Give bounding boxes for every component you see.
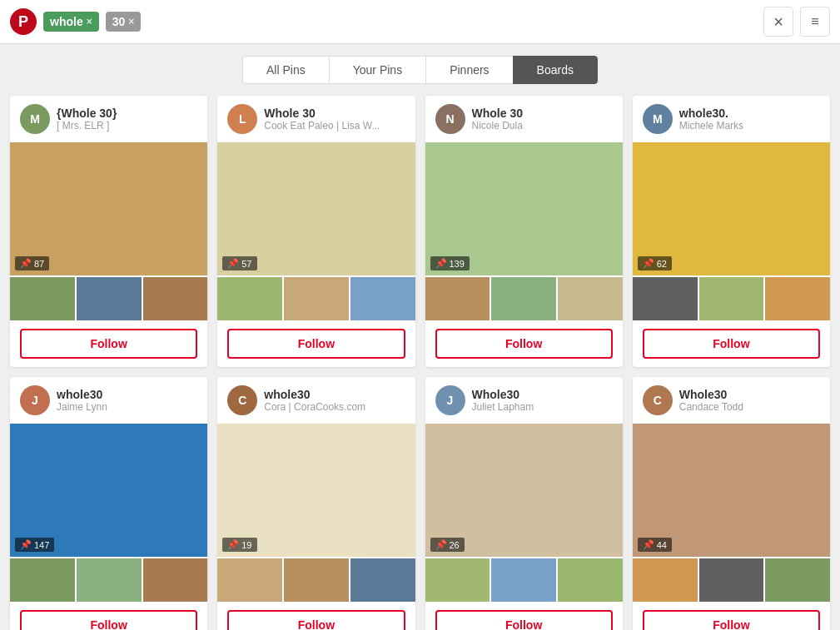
board-info-4: whole30 Jaime Lynn (57, 388, 197, 413)
board-title-6: Whole30 (472, 388, 613, 401)
close-button[interactable]: × (763, 7, 793, 37)
thumb-7-2 (765, 558, 830, 602)
board-images-5: 📌 19 (217, 424, 415, 557)
tabs-bar: All Pins Your Pins Pinners Boards (0, 44, 840, 96)
board-card-3: M whole30. Michele Marks 📌 62 Follow (633, 96, 830, 367)
board-images-7: 📌 44 (633, 424, 830, 557)
thumb-1-0 (217, 277, 282, 320)
board-header-6: J Whole30 Juliet Lapham (425, 377, 623, 424)
board-header-5: C whole30 Cora | CoraCooks.com (217, 377, 415, 424)
follow-button-0[interactable]: Follow (20, 329, 197, 359)
board-images-2: 📌 139 (425, 142, 623, 275)
board-images-6: 📌 26 (425, 424, 623, 557)
pin-number-1: 57 (241, 259, 251, 269)
board-card-2: N Whole 30 Nicole Dula 📌 139 Follow (425, 96, 623, 367)
board-card-4: J whole30 Jaime Lynn 📌 147 Follow (10, 377, 207, 630)
board-card-7: C Whole30 Candace Todd 📌 44 Follow (633, 377, 830, 630)
tag-30-label: 30 (112, 15, 126, 28)
follow-button-5[interactable]: Follow (227, 610, 405, 630)
board-images-0: 📌 87 (10, 142, 207, 275)
follow-button-6[interactable]: Follow (435, 610, 613, 630)
thumb-6-1 (491, 558, 556, 602)
menu-button[interactable]: ≡ (800, 7, 830, 37)
board-title-1: Whole 30 (264, 107, 405, 120)
avatar-6: J (435, 385, 465, 415)
main-image-0 (10, 142, 207, 275)
pin-icon-0: 📌 (20, 258, 32, 269)
thumb-2-2 (558, 277, 623, 320)
follow-button-2[interactable]: Follow (435, 329, 613, 359)
board-info-7: Whole30 Candace Todd (679, 388, 820, 413)
follow-button-4[interactable]: Follow (20, 610, 197, 630)
avatar-5: C (227, 385, 257, 415)
board-title-7: Whole30 (679, 388, 820, 401)
board-title-0: {Whole 30} (57, 107, 197, 120)
thumb-row-3 (633, 277, 830, 320)
avatar-0: M (20, 104, 50, 134)
pin-count-3: 📌 62 (638, 256, 672, 270)
board-author-6: Juliet Lapham (472, 401, 613, 413)
board-header-7: C Whole30 Candace Todd (633, 377, 830, 424)
thumb-7-1 (699, 558, 764, 602)
main-image-4 (10, 424, 207, 557)
pin-count-6: 📌 26 (430, 538, 465, 552)
tab-boards[interactable]: Boards (513, 56, 598, 84)
follow-button-3[interactable]: Follow (643, 329, 820, 359)
avatar-1: L (227, 104, 257, 134)
thumb-row-2 (425, 277, 623, 320)
main-image-3 (633, 142, 830, 275)
follow-button-7[interactable]: Follow (643, 610, 820, 630)
boards-grid: M {Whole 30} [ Mrs. ELR ] 📌 87 Follow L … (0, 96, 840, 630)
board-title-3: whole30. (679, 107, 820, 120)
board-header-4: J whole30 Jaime Lynn (10, 377, 207, 424)
avatar-2: N (435, 104, 465, 134)
board-info-3: whole30. Michele Marks (679, 107, 820, 131)
board-title-2: Whole 30 (472, 107, 613, 120)
thumb-5-1 (284, 558, 349, 602)
follow-button-1[interactable]: Follow (227, 329, 405, 359)
board-author-4: Jaime Lynn (57, 401, 197, 413)
header: P whole × 30 × × ≡ (0, 0, 840, 44)
board-header-3: M whole30. Michele Marks (633, 96, 830, 142)
thumb-3-1 (699, 277, 764, 320)
thumb-row-6 (425, 558, 623, 602)
thumb-row-4 (10, 558, 207, 602)
pin-number-3: 62 (657, 259, 667, 269)
avatar-4: J (20, 385, 50, 415)
pin-icon-6: 📌 (435, 539, 447, 550)
board-author-2: Nicole Dula (472, 120, 613, 131)
tab-your-pins[interactable]: Your Pins (329, 56, 425, 84)
thumb-1-1 (284, 277, 349, 320)
board-images-4: 📌 147 (10, 424, 207, 557)
tag-30-close[interactable]: × (128, 16, 134, 27)
thumb-5-0 (217, 558, 282, 602)
thumb-2-0 (425, 277, 490, 320)
pinterest-logo[interactable]: P (10, 8, 37, 35)
board-header-0: M {Whole 30} [ Mrs. ELR ] (10, 96, 207, 142)
tag-whole-close[interactable]: × (87, 16, 92, 27)
board-card-1: L Whole 30 Cook Eat Paleo | Lisa W... 📌 … (217, 96, 415, 367)
board-info-5: whole30 Cora | CoraCooks.com (264, 388, 405, 413)
board-card-0: M {Whole 30} [ Mrs. ELR ] 📌 87 Follow (10, 96, 207, 367)
tab-all-pins[interactable]: All Pins (242, 56, 329, 84)
thumb-row-5 (217, 558, 415, 602)
tab-pinners[interactable]: Pinners (425, 56, 512, 84)
thumb-3-2 (765, 277, 830, 320)
board-title-4: whole30 (57, 388, 197, 401)
thumb-4-1 (77, 558, 142, 602)
board-images-3: 📌 62 (633, 142, 830, 275)
main-image-1 (217, 142, 415, 275)
thumb-0-0 (10, 277, 75, 320)
tag-whole-label: whole (50, 15, 83, 28)
avatar-3: M (643, 104, 673, 134)
tag-whole[interactable]: whole × (43, 12, 99, 32)
thumb-row-7 (633, 558, 830, 602)
thumb-6-2 (558, 558, 623, 602)
pin-icon-4: 📌 (20, 539, 32, 550)
main-image-5 (217, 424, 415, 557)
board-card-6: J Whole30 Juliet Lapham 📌 26 Follow (425, 377, 623, 630)
pin-icon-2: 📌 (435, 258, 447, 269)
pin-icon-7: 📌 (643, 539, 654, 550)
tag-30[interactable]: 30 × (106, 12, 142, 32)
header-right: × ≡ (763, 7, 830, 37)
